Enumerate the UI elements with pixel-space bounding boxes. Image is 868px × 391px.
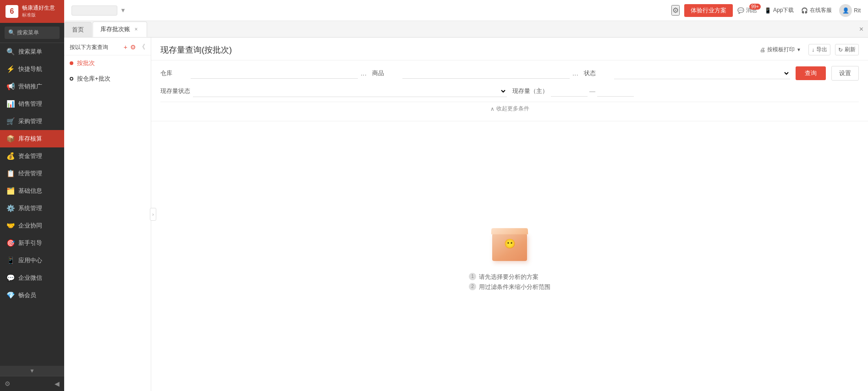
topbar-gear-button[interactable]: ⚙ bbox=[671, 5, 680, 16]
hint-text-2: 用过滤条件来缩小分析范围 bbox=[479, 283, 550, 291]
tab-inventory-batch[interactable]: 库存批次账 × bbox=[93, 22, 147, 37]
scheme-settings-button[interactable]: ⚙ bbox=[130, 43, 136, 51]
online-service-label: 在线客服 bbox=[810, 6, 832, 14]
sidebar-item-label-basic: 基础信息 bbox=[18, 187, 42, 195]
query-button[interactable]: 查询 bbox=[796, 66, 826, 80]
filter-item-dot-1 bbox=[70, 77, 73, 81]
service-icon: 🎧 bbox=[801, 7, 808, 14]
search-icon: 🔍 bbox=[6, 48, 15, 56]
stock-qty-max[interactable] bbox=[597, 86, 634, 97]
sidebar-item-label-wechat: 企业微信 bbox=[18, 274, 42, 282]
page-title: 现存量查询(按批次) bbox=[160, 44, 232, 55]
tab-home[interactable]: 首页 bbox=[64, 22, 92, 37]
column-settings-button[interactable]: 设置 bbox=[831, 66, 859, 81]
breadcrumb: ▼ bbox=[71, 5, 667, 16]
system-icon: ⚙️ bbox=[6, 204, 15, 212]
sidebar-item-label-inventory: 库存核算 bbox=[18, 135, 42, 143]
status-dropdown[interactable] bbox=[614, 67, 790, 79]
sidebar-item-quick-nav[interactable]: ⚡ 快捷导航 bbox=[0, 60, 64, 78]
sidebar-item-label-quick-nav: 快捷导航 bbox=[18, 65, 42, 73]
sidebar-item-system[interactable]: ⚙️ 系统管理 bbox=[0, 200, 64, 217]
tab-close-icon[interactable]: × bbox=[133, 26, 139, 33]
search-icon: 🔍 bbox=[8, 29, 15, 36]
hint-num-2: 2 bbox=[469, 283, 476, 290]
filter-panel-header: 按以下方案查询 + ⚙ 《 bbox=[64, 38, 151, 55]
refresh-button[interactable]: ↻ 刷新 bbox=[835, 44, 859, 55]
sidebar-item-purchase[interactable]: 🛒 采购管理 bbox=[0, 113, 64, 130]
collapse-panel-button[interactable]: 《 bbox=[139, 43, 145, 51]
sidebar-item-inventory[interactable]: 📦 库存核算 bbox=[0, 130, 64, 147]
sidebar-item-app[interactable]: 📱 应用中心 bbox=[0, 252, 64, 269]
online-service-button[interactable]: 🎧 在线客服 bbox=[801, 6, 832, 14]
user-menu[interactable]: 👤 Rit bbox=[839, 4, 861, 17]
breadcrumb-input[interactable] bbox=[71, 5, 117, 16]
sidebar-search-button[interactable]: 🔍 搜索菜单 bbox=[5, 27, 60, 39]
filter-item-label-1: 按仓库+批次 bbox=[77, 75, 110, 83]
print-caret-icon: ▼ bbox=[797, 47, 801, 52]
messages-button[interactable]: 💬 消息 99+ bbox=[737, 6, 757, 14]
trial-button[interactable]: 体验行业方案 bbox=[684, 4, 733, 17]
filter-items-list: 按批次 按仓库+批次 bbox=[64, 55, 151, 87]
filter-scheme-item-1[interactable]: 按仓库+批次 bbox=[64, 71, 151, 87]
goods-input[interactable] bbox=[402, 68, 570, 79]
sales-icon: 📊 bbox=[6, 100, 15, 108]
filter-row-1: 仓库 ... 商品 ... 状态 查询 bbox=[160, 66, 859, 81]
stock-status-dropdown[interactable] bbox=[193, 85, 507, 97]
sidebar-item-wechat[interactable]: 💬 企业微信 bbox=[0, 269, 64, 287]
settings-icon: ⚙ bbox=[5, 380, 11, 387]
panel-collapse-handle[interactable]: › bbox=[150, 208, 156, 221]
page-title-bar: 现存量查询(按批次) 🖨 按模板打印 ▼ ↓ 导出 ↻ 刷新 bbox=[151, 38, 868, 60]
sidebar-item-newbie[interactable]: 🎯 新手引导 bbox=[0, 234, 64, 252]
sidebar-item-sales[interactable]: 📊 销售管理 bbox=[0, 95, 64, 113]
sidebar-item-label-enterprise: 企业协同 bbox=[18, 222, 42, 230]
refresh-label: 刷新 bbox=[845, 46, 856, 54]
sidebar-item-enterprise[interactable]: 🤝 企业协同 bbox=[0, 217, 64, 234]
add-scheme-button[interactable]: + bbox=[124, 43, 127, 51]
goods-dots[interactable]: ... bbox=[572, 69, 578, 77]
messages-icon: 💬 bbox=[737, 7, 744, 14]
sidebar-item-basic[interactable]: 🗂️ 基础信息 bbox=[0, 182, 64, 200]
sidebar-settings-button[interactable]: ⚙ bbox=[5, 380, 11, 387]
sidebar-logo: 6 bbox=[5, 5, 18, 18]
collapse-more-button[interactable]: ∧ 收起更多条件 bbox=[160, 102, 859, 115]
close-all-tabs-button[interactable]: × bbox=[855, 23, 868, 35]
print-button[interactable]: 🖨 按模板打印 ▼ bbox=[757, 44, 804, 55]
sidebar-item-search[interactable]: 🔍 搜索菜单 bbox=[0, 43, 64, 60]
quick-nav-icon: ⚡ bbox=[6, 65, 15, 73]
collapse-more-icon: ∧ bbox=[490, 106, 494, 112]
sidebar-company-name: 畅康通好生意 bbox=[22, 5, 55, 12]
messages-badge: 99+ bbox=[749, 4, 761, 10]
sidebar-item-label-newbie: 新手引导 bbox=[18, 239, 42, 247]
filter-panel: 按以下方案查询 + ⚙ 《 按批次 按仓库+批次 › bbox=[64, 38, 151, 391]
sidebar-scroll-down[interactable]: ▼ bbox=[0, 366, 64, 376]
sidebar-version: 标准版 bbox=[22, 12, 55, 18]
sidebar-item-label-search: 搜索菜单 bbox=[18, 48, 42, 56]
export-button[interactable]: ↓ 导出 bbox=[808, 44, 830, 55]
sidebar-collapse-button[interactable]: ◀ bbox=[55, 380, 60, 387]
sidebar-item-finance[interactable]: 💰 资金管理 bbox=[0, 147, 64, 165]
stock-qty-min[interactable] bbox=[551, 86, 588, 97]
refresh-icon: ↻ bbox=[838, 47, 843, 53]
purchase-icon: 🛒 bbox=[6, 117, 15, 125]
tabbar: 首页 库存批次账 × × bbox=[64, 21, 868, 38]
filter-panel-title: 按以下方案查询 bbox=[70, 43, 108, 51]
sidebar-item-operations[interactable]: 📋 经营管理 bbox=[0, 165, 64, 182]
filter-panel-actions: + ⚙ 《 bbox=[124, 43, 145, 51]
hint-num-1: 1 bbox=[469, 273, 476, 280]
warehouse-input[interactable] bbox=[191, 68, 358, 79]
filter-scheme-item-0[interactable]: 按批次 bbox=[64, 55, 151, 71]
warehouse-dots[interactable]: ... bbox=[361, 69, 367, 77]
sidebar-item-label-purchase: 采购管理 bbox=[18, 117, 42, 125]
range-dash: — bbox=[589, 88, 595, 95]
filter-item-dot-0 bbox=[70, 61, 73, 65]
empty-hint-2: 2 用过滤条件来缩小分析范围 bbox=[469, 283, 550, 291]
enterprise-icon: 🤝 bbox=[6, 222, 15, 230]
warehouse-field: 仓库 ... bbox=[160, 68, 367, 79]
inventory-icon: 📦 bbox=[6, 135, 15, 143]
sidebar-item-label-operations: 经营管理 bbox=[18, 169, 42, 178]
app-download-button[interactable]: 📱 App下载 bbox=[764, 6, 794, 14]
sidebar-item-marketing[interactable]: 📢 营销推广 bbox=[0, 78, 64, 95]
avatar-icon: 👤 bbox=[842, 7, 849, 14]
topbar: ▼ ⚙ 体验行业方案 💬 消息 99+ 📱 App下载 🎧 在线客服 👤 bbox=[64, 0, 868, 21]
sidebar-item-vip[interactable]: 💎 畅会员 bbox=[0, 287, 64, 304]
